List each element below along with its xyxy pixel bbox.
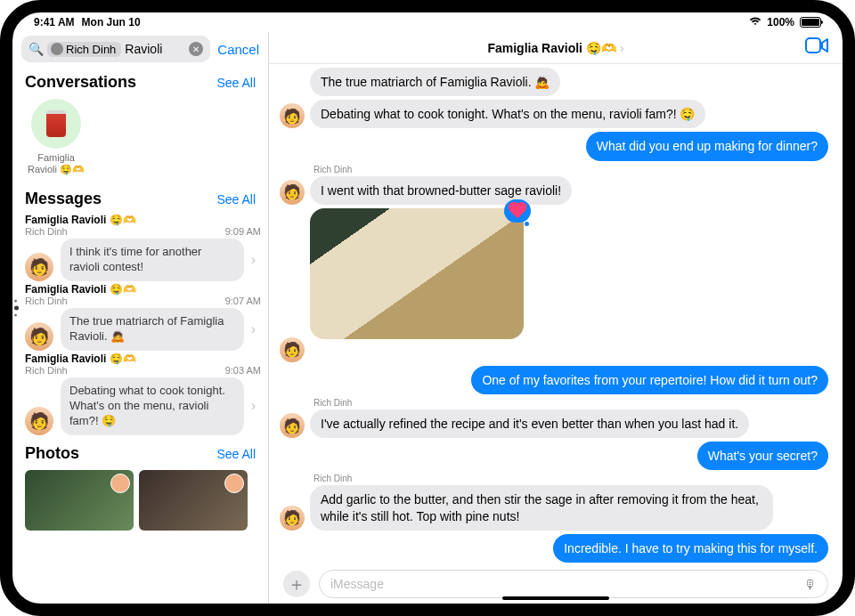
sender-avatar-icon — [110, 474, 130, 493]
message-image[interactable] — [310, 208, 524, 339]
sender-avatar-icon — [224, 474, 244, 493]
message-bubble[interactable]: I went with that browned-butter sage rav… — [310, 176, 572, 205]
message-placeholder: iMessage — [330, 577, 384, 591]
dictate-icon[interactable]: 🎙 — [803, 577, 817, 592]
search-token-label: Rich Dinh — [66, 43, 116, 56]
conversation-avatar — [31, 99, 81, 149]
chevron-right-icon: › — [251, 398, 261, 414]
status-date: Mon Jun 10 — [82, 16, 141, 28]
search-input[interactable]: 🔍 Rich Dinh Ravioli ✕ — [21, 36, 210, 62]
home-indicator[interactable] — [502, 596, 609, 600]
clear-search-button[interactable]: ✕ — [189, 42, 203, 56]
message-thread[interactable]: The true matriarch of Famiglia Ravioli. … — [269, 64, 843, 563]
message-bubble[interactable]: One of my favorites from your repertoire… — [471, 366, 828, 394]
cancel-button[interactable]: Cancel — [217, 42, 259, 57]
apps-button[interactable]: ＋ — [283, 571, 310, 597]
facetime-button[interactable] — [805, 37, 828, 58]
message-input[interactable]: iMessage 🎙 — [319, 570, 828, 598]
status-bar: 9:41 AM Mon Jun 10 100% — [12, 12, 843, 32]
message-bubble[interactable]: What did you end up making for dinner? — [586, 132, 828, 160]
battery-icon — [800, 17, 821, 28]
sender-avatar: 🧑 — [280, 103, 305, 128]
messages-heading: Messages — [25, 190, 102, 208]
person-avatar-icon — [51, 43, 63, 55]
message-bubble[interactable]: The true matriarch of Famiglia Ravioli. … — [310, 68, 560, 96]
conversations-see-all[interactable]: See All — [216, 76, 256, 90]
photos-see-all[interactable]: See All — [216, 447, 256, 461]
conversation-result[interactable]: FamigliaRavioli 🤤🫶 — [25, 99, 87, 175]
sender-avatar: 🧑 — [280, 413, 305, 438]
search-token-person[interactable]: Rich Dinh — [47, 42, 121, 57]
conversation-name: Famiglia — [37, 152, 75, 163]
message-bubble[interactable]: Add garlic to the butter, and then stir … — [310, 485, 773, 530]
search-icon: 🔍 — [28, 42, 44, 56]
conversation-title: Famiglia Ravioli 🤤🫶 — [487, 41, 615, 55]
heart-icon — [510, 203, 525, 218]
tapback-love[interactable] — [504, 199, 531, 223]
search-query-text[interactable]: Ravioli — [125, 42, 185, 56]
message-bubble[interactable]: Debating what to cook tonight. What's on… — [310, 100, 705, 128]
message-bubble[interactable]: I've actually refined the recipe and it'… — [310, 409, 749, 438]
photo-result[interactable] — [139, 470, 248, 531]
result-snippet: I think it's time for another ravioli co… — [61, 239, 244, 281]
conversations-heading: Conversations — [25, 73, 136, 92]
sender-avatar: 🧑 — [25, 407, 53, 435]
sender-label: Rich Dinh — [314, 474, 828, 483]
status-time: 9:41 AM — [34, 16, 75, 28]
message-result[interactable]: Famiglia Ravioli 🤤🫶 Rich Dinh9:09 AM 🧑 I… — [12, 212, 268, 281]
sender-avatar: 🧑 — [25, 253, 53, 281]
chevron-right-icon: › — [251, 252, 261, 268]
sender-label: Rich Dinh — [314, 398, 828, 408]
sender-avatar: 🧑 — [280, 180, 305, 205]
sender-avatar: 🧑 — [25, 322, 53, 351]
conversation-pane: ••• Famiglia Ravioli 🤤🫶 › The true matri… — [269, 32, 843, 604]
chevron-right-icon: › — [251, 321, 261, 337]
message-bubble[interactable]: Incredible. I have to try making this fo… — [553, 534, 828, 563]
result-snippet: The true matriarch of Famiglia Ravioli. … — [61, 308, 244, 351]
message-result[interactable]: Famiglia Ravioli 🤤🫶 Rich Dinh9:03 AM 🧑 D… — [12, 351, 268, 435]
sender-avatar: 🧑 — [280, 337, 305, 362]
conversation-header[interactable]: Famiglia Ravioli 🤤🫶 › — [269, 32, 843, 64]
search-sidebar: 🔍 Rich Dinh Ravioli ✕ Cancel Conversatio… — [12, 32, 269, 604]
result-snippet: Debating what to cook tonight. What's on… — [61, 377, 244, 435]
sender-avatar: 🧑 — [280, 506, 305, 531]
message-bubble[interactable]: What's your secret? — [697, 442, 828, 470]
chevron-right-icon: › — [620, 41, 624, 55]
photos-heading: Photos — [25, 444, 79, 463]
messages-see-all[interactable]: See All — [216, 192, 256, 207]
wifi-icon — [749, 16, 761, 28]
photo-result[interactable] — [25, 470, 134, 531]
message-result[interactable]: Famiglia Ravioli 🤤🫶 Rich Dinh9:07 AM 🧑 T… — [12, 281, 268, 351]
svg-rect-0 — [806, 38, 820, 53]
sender-label: Rich Dinh — [314, 165, 828, 174]
battery-percent: 100% — [767, 16, 794, 28]
